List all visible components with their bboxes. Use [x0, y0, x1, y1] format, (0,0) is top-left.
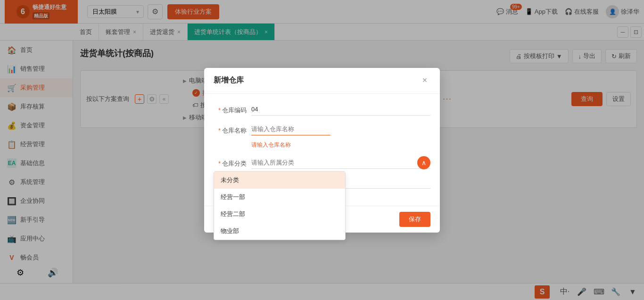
dropdown-item-operations1[interactable]: 经营一部: [214, 189, 345, 206]
code-input[interactable]: [251, 103, 430, 116]
name-label: *仓库名称: [214, 124, 247, 135]
new-warehouse-modal: 新增仓库 × *仓库编码 *仓库名称: [204, 68, 440, 233]
code-label: *仓库编码: [214, 103, 247, 115]
category-dropdown: 未分类 经营一部 经营二部 物业部: [214, 171, 346, 240]
category-input[interactable]: [251, 157, 430, 169]
code-form-row: *仓库编码: [214, 103, 430, 116]
category-label: *仓库分类: [214, 157, 247, 168]
dropdown-item-operations2[interactable]: 经营二部: [214, 206, 345, 223]
name-input[interactable]: [251, 123, 330, 135]
category-toggle-button[interactable]: ∧: [417, 156, 430, 169]
modal-header: 新增仓库 ×: [204, 68, 440, 94]
modal-close-button[interactable]: ×: [419, 75, 430, 86]
dropdown-item-uncategorized[interactable]: 未分类: [214, 172, 345, 189]
name-input-wrapper: [251, 123, 330, 135]
dropdown-item-property[interactable]: 物业部: [214, 223, 345, 240]
category-form-row: *仓库分类 ∧ 未分类 经营一部 经营二部 物业部: [214, 157, 430, 169]
category-input-wrapper: ∧ 未分类 经营一部 经营二部 物业部: [251, 157, 430, 169]
name-error-msg: 请输入仓库名称: [251, 141, 291, 149]
modal-body: *仓库编码 *仓库名称 请输入仓库名称: [204, 94, 440, 206]
modal-title: 新增仓库: [214, 75, 244, 85]
save-button[interactable]: 保存: [399, 212, 430, 227]
name-form-row: *仓库名称 请输入仓库名称: [214, 123, 430, 149]
modal-overlay[interactable]: 新增仓库 × *仓库编码 *仓库名称: [0, 0, 644, 300]
